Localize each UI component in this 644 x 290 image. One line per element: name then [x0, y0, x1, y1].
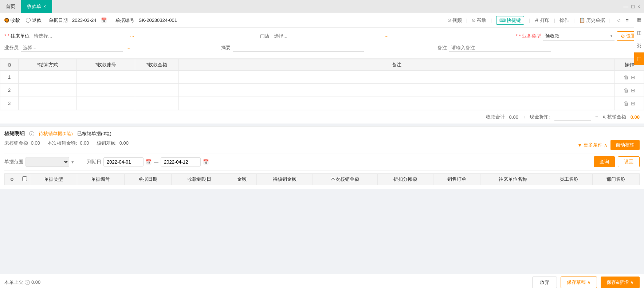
col-due-date-header: 收款到期日 — [171, 174, 227, 185]
reconcile-actions: ▼ 更多条件 ∧ 自动核销 — [577, 140, 640, 150]
pending-tab[interactable]: 待核销单据(0笔) — [39, 130, 73, 137]
row2-copy-icon[interactable]: ⊞ — [631, 87, 635, 93]
select-all-checkbox[interactable] — [22, 176, 27, 181]
biz-type-select[interactable]: 预收款 ▾ — [543, 32, 614, 41]
counterpart-input[interactable] — [32, 32, 126, 40]
unchecked-value: 0.00 — [31, 140, 40, 146]
footer-actions: 放弃 保存草稿 ∧ 保存&新增 ∧ — [532, 277, 640, 288]
counterpart-more-icon[interactable]: ··· — [130, 34, 134, 39]
current-value: 0.00 — [80, 140, 89, 146]
row1-delete-icon[interactable]: 🗑 — [624, 74, 629, 80]
reconcile-title: 核销明细 — [4, 130, 25, 137]
sidebar-icon-1[interactable]: ▦ — [634, 13, 644, 26]
col-account-header: *收款账号 — [77, 59, 135, 71]
total-value: 0.00 — [509, 114, 518, 120]
save-draft-btn[interactable]: 保存草稿 ∧ — [561, 277, 597, 288]
receipt-table: ⚙ *结算方式 *收款账号 *收款金额 备注 操作 — [0, 59, 644, 110]
col-doc-type-header: 单据类型 — [30, 174, 77, 185]
due-date-end-input[interactable] — [161, 157, 201, 166]
staff-more-icon[interactable]: ··· — [126, 45, 130, 51]
reconcile-table: ⚙ 单据类型 单据编号 单据日期 收款到期日 金额 — [4, 173, 640, 185]
counterpart-label: * 往来单位 — [4, 33, 30, 39]
window-min-btn[interactable]: — — [623, 4, 628, 9]
print-btn[interactable]: 🖨 打印 — [534, 17, 550, 24]
store-more-icon[interactable]: ··· — [385, 34, 389, 39]
filter-actions: 查询 设置 — [594, 156, 640, 167]
store-input[interactable] — [272, 32, 381, 40]
tab-receipt[interactable]: 收款单 × — [21, 0, 52, 13]
help-btn[interactable]: ⊙ 帮助 — [472, 17, 486, 24]
diff-label: 核销差额: 0.00 — [97, 140, 129, 146]
sidebar-icon-3[interactable]: ⛓ — [634, 39, 644, 52]
shortcut-btn[interactable]: ⌨ 快捷键 — [496, 16, 524, 25]
calendar-icon[interactable]: 📅 — [101, 17, 107, 23]
history-btn[interactable]: 📋 历史单据 — [579, 17, 605, 24]
counterpart-field: * 往来单位 ··· — [4, 32, 246, 40]
tab-home-label: 首页 — [6, 3, 15, 10]
store-label: 门店 — [260, 33, 270, 39]
tab-close-icon[interactable]: × — [43, 4, 46, 9]
remark-field: 备注 — [437, 44, 640, 52]
calendar-end-icon[interactable]: 📅 — [203, 159, 209, 165]
range-field: 单据范围 ▾ — [4, 157, 74, 167]
video-btn[interactable]: ⊙ 视频 — [447, 17, 462, 24]
auto-reconcile-btn[interactable]: 自动核销 — [610, 140, 640, 150]
row3-delete-icon[interactable]: 🗑 — [624, 101, 629, 106]
reconcile-stats-row: 未核销金额 0.00 本次核销金额: 0.00 核销差额: 0.00 ▼ 更多条… — [4, 140, 640, 150]
discount-input[interactable] — [554, 113, 591, 121]
biz-type-label: * 业务类型 — [516, 33, 541, 39]
col-checkbox — [19, 174, 30, 185]
due-date-start-input[interactable] — [103, 157, 144, 166]
col-sales-order-header: 销售订单 — [433, 174, 480, 185]
more-filter-btn[interactable]: ▼ 更多条件 ∧ — [577, 142, 608, 148]
reconcile-section: 核销明细 i 待核销单据(0笔) 已核销单据(0笔) 未核销金额 0.00 本次… — [0, 126, 644, 189]
radio-refund[interactable]: 退款 — [26, 17, 42, 24]
col-doc-date-header: 单据日期 — [124, 174, 171, 185]
table-row: 2 🗑 ⊞ — [0, 84, 644, 97]
layout-icon-2[interactable]: ≡ — [624, 17, 631, 24]
calendar-start-icon[interactable]: 📅 — [146, 159, 152, 165]
staff-input[interactable] — [21, 44, 123, 52]
abandon-btn[interactable]: 放弃 — [532, 277, 557, 288]
done-tab[interactable]: 已核销单据(0笔) — [77, 130, 111, 137]
col-gear: ⚙ — [0, 59, 19, 71]
window-close-btn[interactable]: × — [637, 4, 640, 9]
plus-sign: + — [523, 114, 526, 120]
layout-icon-1[interactable]: ◁ — [615, 17, 622, 24]
receipt-type-group: 收款 退款 — [4, 17, 42, 24]
operation-btn[interactable]: 操作 — [559, 17, 569, 24]
reconcile-info-icon[interactable]: i — [29, 131, 34, 136]
tab-home[interactable]: 首页 — [0, 0, 21, 13]
save-new-chevron: ∧ — [630, 279, 634, 285]
unchecked-label: 未核销金额 0.00 — [4, 140, 40, 146]
col-amount-header: *收款金额 — [135, 59, 179, 71]
col-discount-header: 折扣分摊额 — [377, 174, 433, 185]
window-max-btn[interactable]: □ — [631, 4, 634, 9]
summary-row: 收款合计 0.00 + 现金折扣: = 可核销金额 0.00 — [0, 110, 644, 124]
settings-btn[interactable]: 设置 — [618, 156, 640, 167]
total-label: 收款合计 — [486, 114, 505, 120]
doc-info: 单据日期 2023-03-24 📅 单据编号 SK-20230324-001 — [49, 17, 177, 24]
sidebar-icon-2[interactable]: ◫ — [634, 26, 644, 39]
doc-num-value: SK-20230324-001 — [139, 17, 177, 23]
save-new-btn[interactable]: 保存&新增 ∧ — [601, 277, 640, 288]
info-icon[interactable]: ? — [25, 280, 30, 285]
row1-copy-icon[interactable]: ⊞ — [631, 74, 635, 80]
col-settle-header: *结算方式 — [19, 59, 77, 71]
row3-copy-icon[interactable]: ⊞ — [631, 101, 635, 106]
range-select[interactable] — [25, 157, 69, 167]
footer-info-value: 0.00 — [31, 279, 40, 285]
table-gear-icon[interactable]: ⚙ — [7, 62, 12, 68]
summary-input[interactable] — [233, 44, 364, 52]
row2-delete-icon[interactable]: 🗑 — [624, 87, 629, 93]
remark-input[interactable] — [449, 44, 551, 52]
radio-receipt[interactable]: 收款 — [4, 17, 20, 24]
discount-label: 现金折扣: — [530, 114, 550, 120]
bottom-table-gear-icon[interactable]: ⚙ — [10, 177, 14, 182]
sidebar-icon-4[interactable]: ⬚ — [634, 52, 644, 66]
reconcile-header: 核销明细 i 待核销单据(0笔) 已核销单据(0笔) — [4, 130, 640, 137]
main-table-section: ⚙ *结算方式 *收款账号 *收款金额 备注 操作 — [0, 59, 644, 110]
query-btn[interactable]: 查询 — [594, 156, 615, 167]
tab-bar: 首页 收款单 × — □ × — [0, 0, 644, 13]
chevron-down-icon: ▾ — [610, 34, 612, 38]
